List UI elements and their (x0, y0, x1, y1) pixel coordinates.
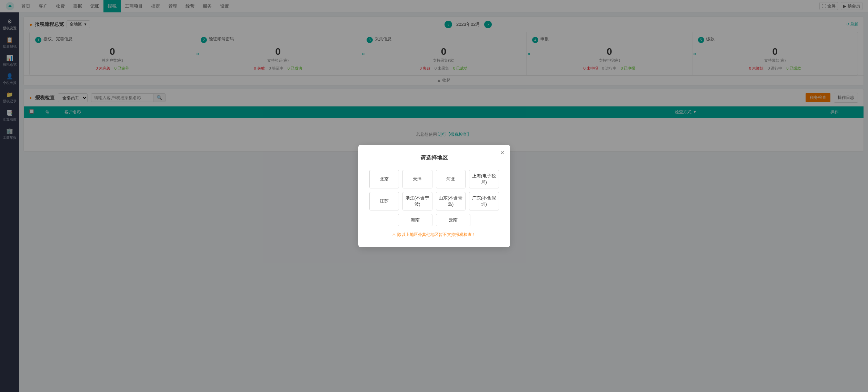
modal-warning: ⚠ 除以上地区外其他地区暂不支持报税检查！ (369, 232, 499, 238)
modal-overlay[interactable]: ✕ 请选择地区 北京 天津 河北 上海(电子税局) 江苏 浙江(不含宁波) 山东… (0, 0, 868, 392)
warning-text: 除以上地区外其他地区暂不支持报税检查！ (397, 232, 476, 238)
region-btn-beijing[interactable]: 北京 (369, 170, 399, 188)
region-btn-jiangsu[interactable]: 江苏 (369, 192, 399, 210)
region-btn-guangdong[interactable]: 广东(不含深圳) (469, 192, 499, 210)
modal-title: 请选择地区 (369, 154, 499, 162)
modal-close-btn[interactable]: ✕ (500, 149, 505, 156)
region-btn-tianjin[interactable]: 天津 (402, 170, 432, 188)
region-grid-row2: 江苏 浙江(不含宁波) 山东(不含青岛) 广东(不含深圳) (369, 192, 499, 210)
region-btn-zhejiang[interactable]: 浙江(不含宁波) (402, 192, 432, 210)
region-grid-row1: 北京 天津 河北 上海(电子税局) (369, 170, 499, 188)
region-btn-hebei[interactable]: 河北 (436, 170, 466, 188)
region-btn-shandong[interactable]: 山东(不含青岛) (436, 192, 466, 210)
region-btn-shanghai[interactable]: 上海(电子税局) (469, 170, 499, 188)
warning-icon: ⚠ (392, 233, 396, 237)
region-modal: ✕ 请选择地区 北京 天津 河北 上海(电子税局) 江苏 浙江(不含宁波) 山东… (358, 145, 510, 247)
region-btn-yunnan[interactable]: 云南 (436, 214, 470, 226)
region-btn-hainan[interactable]: 海南 (398, 214, 432, 226)
region-grid-row3: 海南 云南 (369, 214, 499, 226)
